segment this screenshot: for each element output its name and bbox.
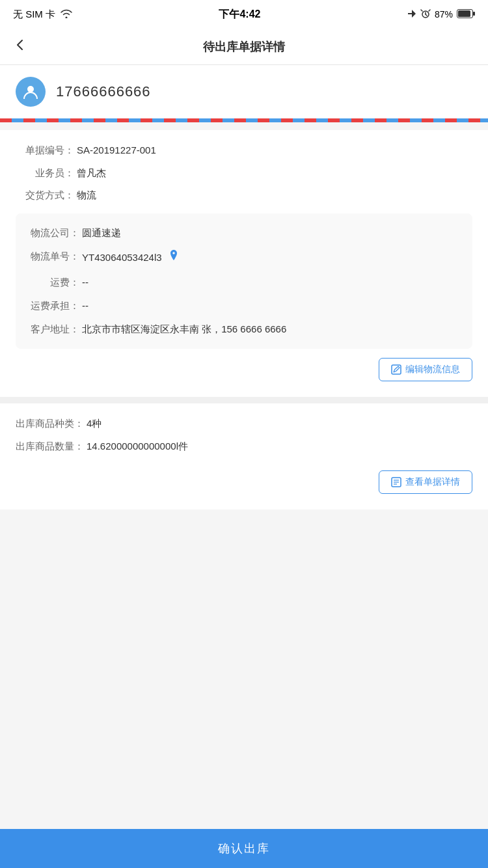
product-types-label: 出库商品种类： — [16, 416, 84, 431]
confirm-button-text: 确认出库 — [218, 842, 270, 855]
page-title: 待出库单据详情 — [203, 39, 285, 55]
logistics-company-row: 物流公司： 圆通速递 — [27, 225, 461, 241]
view-details-container: 查看单据详情 — [16, 461, 472, 496]
product-types-value: 4种 — [84, 416, 472, 431]
status-bar: 无 SIM 卡 下午4:42 — [0, 0, 488, 29]
section-divider-1 — [0, 397, 488, 403]
battery-text: 87% — [435, 9, 453, 20]
svg-rect-8 — [392, 365, 401, 374]
edit-logistics-container: 编辑物流信息 — [16, 349, 472, 384]
delivery-row: 交货方式： 物流 — [16, 188, 472, 203]
address-row: 客户地址： 北京市市辖区海淀区永丰南 张，156 6666 6666 — [27, 321, 461, 337]
product-quantity-value: 14.62000000000000l件 — [84, 439, 472, 454]
document-info-section: 单据编号： SA-20191227-001 业务员： 曾凡杰 交货方式： 物流 … — [0, 130, 488, 397]
view-details-button[interactable]: 查看单据详情 — [379, 470, 472, 494]
status-right: 87% — [407, 8, 475, 21]
freight-label: 运费： — [27, 275, 79, 290]
edit-logistics-button[interactable]: 编辑物流信息 — [379, 358, 472, 381]
battery-icon — [457, 9, 475, 20]
user-phone: 17666666666 — [56, 83, 151, 100]
status-left: 无 SIM 卡 — [13, 8, 72, 21]
confirm-button[interactable]: 确认出库 — [0, 829, 488, 868]
logistics-company-label: 物流公司： — [27, 225, 79, 241]
logistics-tracking-row: 物流单号： YT43064053424l3 — [27, 249, 461, 267]
svg-line-3 — [426, 14, 427, 16]
salesperson-label: 业务员： — [16, 166, 74, 181]
address-label: 客户地址： — [27, 321, 79, 337]
user-section: 17666666666 — [0, 65, 488, 118]
product-types-row: 出库商品种类： 4种 — [16, 416, 472, 431]
svg-point-7 — [27, 86, 34, 92]
logistics-card: 物流公司： 圆通速递 物流单号： YT43064053424l3 运费： -- — [16, 213, 472, 349]
freight-bearer-value: -- — [79, 298, 461, 314]
logistics-company-value: 圆通速递 — [79, 225, 461, 241]
product-quantity-row: 出库商品数量： 14.62000000000000l件 — [16, 439, 472, 454]
svg-marker-0 — [408, 10, 416, 18]
delivery-label: 交货方式： — [16, 188, 74, 203]
avatar — [16, 77, 46, 107]
location-arrow-icon — [407, 9, 416, 20]
nav-bar: 待出库单据详情 — [0, 29, 488, 65]
doc-number-value: SA-20191227-001 — [74, 143, 472, 158]
address-value: 北京市市辖区海淀区永丰南 张，156 6666 6666 — [79, 321, 461, 337]
product-section: 出库商品种类： 4种 出库商品数量： 14.62000000000000l件 查… — [0, 403, 488, 509]
logistics-tracking-value: YT43064053424l3 — [79, 249, 461, 267]
freight-bearer-row: 运费承担： -- — [27, 298, 461, 314]
freight-bearer-label: 运费承担： — [27, 298, 79, 314]
dashed-divider — [0, 118, 488, 122]
status-time: 下午4:42 — [219, 8, 260, 21]
location-icon[interactable] — [167, 249, 180, 267]
logistics-tracking-label: 物流单号： — [27, 249, 79, 264]
back-button[interactable] — [13, 38, 27, 56]
alarm-icon — [420, 8, 431, 21]
svg-rect-5 — [458, 10, 470, 17]
doc-number-label: 单据编号： — [16, 143, 74, 158]
freight-value: -- — [79, 275, 461, 290]
delivery-value: 物流 — [74, 188, 472, 203]
empty-space — [0, 509, 488, 640]
freight-row: 运费： -- — [27, 275, 461, 290]
svg-rect-6 — [473, 12, 475, 16]
doc-number-row: 单据编号： SA-20191227-001 — [16, 143, 472, 158]
salesperson-value: 曾凡杰 — [74, 166, 472, 181]
salesperson-row: 业务员： 曾凡杰 — [16, 166, 472, 181]
carrier-text: 无 SIM 卡 — [13, 8, 55, 21]
product-quantity-label: 出库商品数量： — [16, 439, 84, 454]
wifi-icon — [61, 9, 72, 20]
